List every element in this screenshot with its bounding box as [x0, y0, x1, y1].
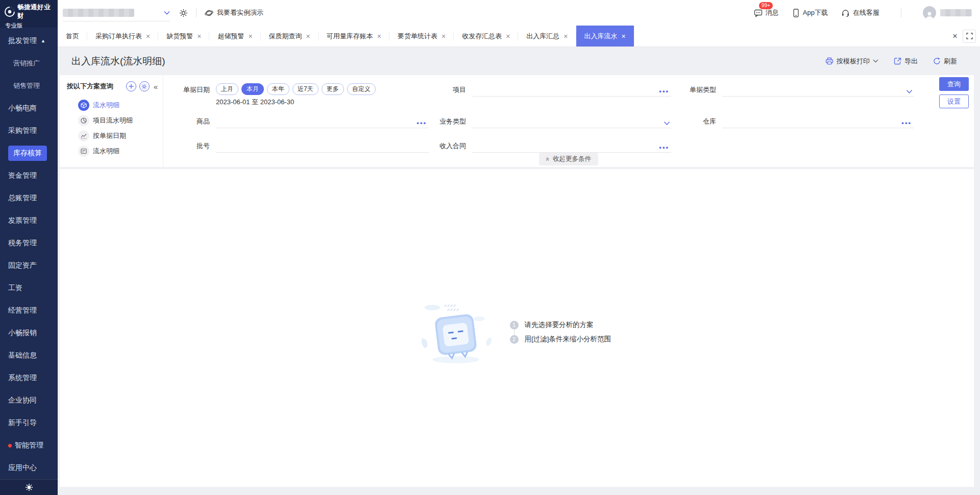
fullscreen-icon[interactable] — [963, 30, 976, 43]
sidebar-item-smart-mgmt[interactable]: 智能管理 — [0, 434, 58, 457]
ellipsis-picker-icon[interactable]: ••• — [416, 120, 427, 126]
sidebar-item[interactable]: 基础信息 — [0, 344, 58, 367]
close-icon[interactable]: × — [146, 33, 150, 40]
date-option-last7days[interactable]: 近7天 — [292, 83, 318, 95]
online-service-link[interactable]: 在线客服 — [841, 8, 879, 17]
user-menu[interactable] — [923, 6, 972, 19]
sidebar-item[interactable]: 发票管理 — [0, 209, 58, 232]
sidebar-item[interactable]: 销售管理 — [0, 75, 58, 97]
scheme-item[interactable]: 按单据日期 — [78, 128, 158, 144]
scheme-item[interactable]: 流水明细 — [78, 144, 158, 159]
message-icon — [754, 9, 763, 17]
query-scheme-panel: 按以下方案查询 « 流水明细 — [60, 75, 163, 167]
scheme-item-flow-detail[interactable]: 流水明细 — [78, 98, 158, 113]
sidebar-item[interactable]: 批发管理▲ — [0, 30, 58, 52]
sidebar-item[interactable]: 小畅报销 — [0, 322, 58, 344]
tab[interactable]: 要货单统计表× — [389, 26, 454, 46]
content-area: 出入库流水(流水明细) 按模板打印 导出 刷新 按以下方案查询 — [58, 47, 980, 495]
print-by-template-button[interactable]: 按模板打印 — [825, 57, 878, 66]
warehouse-input[interactable] — [722, 115, 898, 127]
tab[interactable]: 超储预警× — [209, 26, 260, 46]
top-header: 我要看实例演示 99+ 消息 App下载 在线客服 — [58, 0, 980, 26]
biz-type-input[interactable] — [472, 115, 656, 127]
close-icon[interactable]: × — [622, 33, 626, 40]
date-option-more[interactable]: 更多 — [322, 83, 344, 95]
result-panel: 1 请先选择要分析的方案 2 用[过滤]条件来缩小分析范围 — [60, 169, 974, 487]
close-icon[interactable]: × — [248, 33, 252, 40]
goods-input[interactable] — [216, 115, 413, 127]
date-option-last-month[interactable]: 上月 — [216, 83, 238, 95]
tab[interactable]: 收发存汇总表× — [454, 26, 518, 46]
scheme-item[interactable]: 项目流水明细 — [78, 113, 158, 128]
sidebar-item[interactable]: 营销推广 — [0, 52, 58, 75]
sidebar-item-inventory-accounting[interactable]: 库存核算 — [8, 146, 47, 161]
sidebar-item[interactable]: 固定资产 — [0, 254, 58, 277]
add-scheme-icon[interactable] — [126, 81, 136, 91]
form-list-icon — [78, 146, 89, 157]
sidebar-item[interactable]: 新手引导 — [0, 412, 58, 434]
sidebar-item[interactable]: 应用中心 — [0, 457, 58, 479]
sidebar-item[interactable]: 小畅电商 — [0, 97, 58, 120]
brand-title: 畅捷通好业财 — [17, 3, 56, 20]
sidebar-nav: 批发管理▲ 营销推广 销售管理 小畅电商 采购管理 库存核算 资金管理 总账管理… — [0, 28, 58, 479]
sidebar-item[interactable]: 总账管理 — [0, 187, 58, 209]
project-input[interactable] — [472, 83, 656, 96]
messages-link[interactable]: 99+ 消息 — [754, 8, 779, 17]
tab[interactable]: 保质期查询× — [261, 26, 318, 46]
date-range-value[interactable]: 2023-06-01 至 2023-06-30 — [216, 98, 429, 107]
tab[interactable]: 缺货预警× — [158, 26, 209, 46]
export-button[interactable]: 导出 — [894, 57, 918, 66]
date-option-this-year[interactable]: 本年 — [267, 83, 289, 95]
sidebar-item[interactable]: 税务管理 — [0, 232, 58, 254]
date-option-this-month[interactable]: 本月 — [241, 83, 264, 95]
search-button[interactable]: 查询 — [939, 77, 969, 91]
sidebar-item[interactable]: 资金管理 — [0, 164, 58, 187]
step-text: 用[过滤]条件来缩小分析范围 — [525, 335, 611, 344]
tab[interactable]: 出入库汇总× — [518, 26, 576, 46]
scheme-settings-gear-icon[interactable] — [139, 81, 150, 91]
close-icon[interactable]: × — [197, 33, 201, 40]
double-chevron-up-icon: « — [545, 157, 551, 161]
settings-button[interactable]: 设置 — [939, 95, 969, 108]
tab-inout-flow[interactable]: 出入库流水× — [576, 26, 634, 46]
sidebar-item[interactable]: 经营管理 — [0, 299, 58, 322]
demo-link[interactable]: 我要看实例演示 — [205, 8, 263, 17]
batch-no-input[interactable] — [216, 139, 413, 152]
close-icon[interactable]: × — [506, 33, 510, 40]
close-icon[interactable]: × — [377, 33, 381, 40]
close-icon[interactable]: × — [306, 33, 310, 40]
divider — [196, 8, 197, 17]
ellipsis-picker-icon[interactable]: ••• — [659, 88, 669, 95]
close-icon[interactable]: × — [564, 33, 568, 40]
collapse-panel-icon[interactable]: « — [154, 82, 158, 91]
tab[interactable]: 可用量库存账本× — [318, 26, 389, 46]
ellipsis-picker-icon[interactable]: ••• — [659, 144, 669, 151]
chevron-down-icon[interactable] — [664, 121, 670, 126]
close-all-tabs-icon[interactable]: × — [952, 32, 958, 40]
header-gear-icon[interactable] — [179, 9, 188, 17]
sidebar-item[interactable]: 系统管理 — [0, 367, 58, 389]
tab[interactable]: 采购订单执行表× — [87, 26, 158, 46]
empty-state-illustration — [415, 299, 497, 365]
ellipsis-picker-icon[interactable]: ••• — [901, 120, 912, 126]
empty-state: 1 请先选择要分析的方案 2 用[过滤]条件来缩小分析范围 — [415, 299, 611, 365]
pie-chart-icon — [78, 115, 89, 126]
collapse-more-filters-button[interactable]: « 收起更多条件 — [539, 153, 598, 166]
date-option-custom[interactable]: 自定义 — [347, 83, 376, 95]
income-contract-input[interactable] — [472, 139, 656, 152]
close-icon[interactable]: × — [442, 33, 446, 40]
doc-type-input[interactable] — [722, 83, 898, 96]
refresh-button[interactable]: 刷新 — [933, 57, 957, 66]
sidebar-item[interactable]: 工资 — [0, 277, 58, 299]
tab-home[interactable]: 首页 — [58, 26, 87, 46]
step-number: 2 — [510, 335, 519, 344]
app-download-link[interactable]: App下载 — [792, 8, 828, 17]
divider — [901, 8, 901, 17]
tab-bar: 首页 采购订单执行表× 缺货预警× 超储预警× 保质期查询× 可用量库存账本× … — [58, 26, 980, 47]
chevron-down-icon[interactable] — [906, 89, 913, 94]
sidebar-item[interactable]: 企业协同 — [0, 389, 58, 412]
chevron-down-icon — [873, 59, 878, 63]
settings-gear-icon[interactable] — [25, 483, 33, 491]
org-selector[interactable] — [63, 4, 170, 21]
sidebar-item[interactable]: 采购管理 — [0, 120, 58, 142]
